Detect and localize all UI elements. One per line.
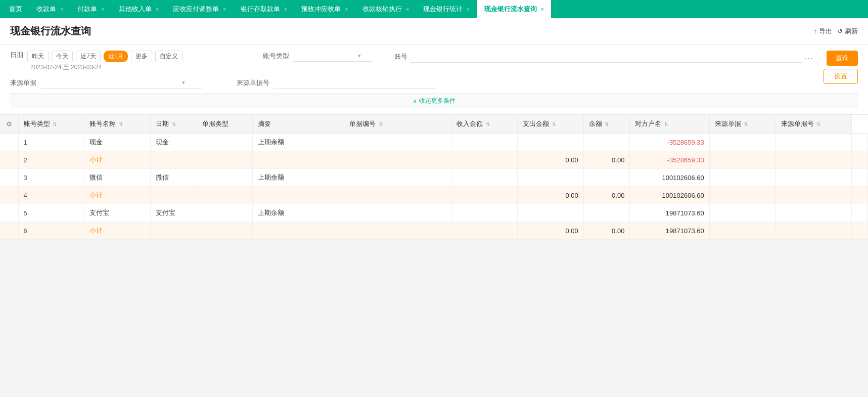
close-icon[interactable]: ×	[345, 0, 348, 18]
nav-item-home[interactable]: 首页	[2, 0, 29, 18]
refresh-icon: ↺	[837, 27, 843, 35]
table-row: 4小计0.000.00100102606.60	[0, 187, 868, 204]
source-doc-num-label: 来源单据号	[237, 78, 269, 87]
expense-cell: 0.00	[583, 187, 630, 204]
source-doc-cell	[775, 204, 852, 222]
account-picker-button[interactable]: ...	[805, 53, 813, 61]
nav-item-payment[interactable]: 付款单 ×	[70, 0, 111, 18]
nav-item-other-income[interactable]: 其他收入单 ×	[112, 0, 166, 18]
account-type-cell: 微信	[84, 169, 151, 187]
col-source-doc-no[interactable]: 来源单据号 ⇅	[775, 115, 852, 134]
row-settings-cell	[0, 151, 18, 169]
col-account-name[interactable]: 账号名称 ⇅	[84, 115, 151, 134]
sort-icon: ⇅	[379, 121, 383, 127]
balance-cell: 19871073.60	[630, 222, 709, 240]
sort-icon: ⇅	[119, 121, 123, 127]
doc-type-cell	[253, 222, 344, 240]
summary-cell	[344, 169, 451, 187]
counterpart-cell	[709, 134, 775, 151]
col-source-doc[interactable]: 来源单据 ⇅	[709, 115, 775, 134]
source-doc-input[interactable]	[40, 77, 182, 89]
col-doc-no[interactable]: 单据编号 ⇅	[344, 115, 451, 134]
balance-cell: 100102606.60	[630, 187, 709, 204]
account-name-cell: 支付宝	[151, 204, 197, 222]
settings-button[interactable]: 设置	[824, 69, 858, 84]
date-yesterday-btn[interactable]: 昨天	[27, 51, 49, 62]
nav-item-receipt[interactable]: 收款单 ×	[29, 0, 70, 18]
nav-item-collection[interactable]: 收款核销执行 ×	[355, 0, 416, 18]
account-type-label: 账号类型	[263, 52, 289, 61]
close-icon[interactable]: ×	[60, 0, 63, 18]
col-expense[interactable]: 支出金额 ⇅	[517, 115, 583, 134]
sort-icon: ⇅	[552, 121, 556, 127]
nav-item-cash-flow[interactable]: 现金银行流水查询 ×	[477, 0, 551, 18]
account-type-select[interactable]: ▾	[292, 51, 373, 62]
account-type-cell: 小计	[84, 151, 151, 169]
table-row: 2小计0.000.00-3528659.33	[0, 151, 868, 169]
row-num: 2	[18, 151, 84, 169]
source-doc-no-cell	[852, 204, 868, 222]
account-input[interactable]	[410, 51, 802, 63]
source-doc-cell	[775, 151, 852, 169]
close-icon[interactable]: ×	[284, 0, 287, 18]
col-counterpart[interactable]: 对方户名 ⇅	[630, 115, 709, 134]
close-icon[interactable]: ×	[467, 0, 470, 18]
chevron-down-icon-source: ▾	[182, 79, 185, 86]
close-icon[interactable]: ×	[406, 0, 409, 18]
close-icon[interactable]: ×	[156, 0, 159, 18]
close-icon[interactable]: ×	[541, 0, 544, 18]
summary-cell	[344, 222, 451, 240]
source-doc-num-input[interactable]	[273, 77, 435, 89]
date-label: 日期	[10, 51, 23, 60]
table-row: 6小计0.000.0019871073.60	[0, 222, 868, 240]
date-1month-btn[interactable]: 近1月	[104, 51, 128, 62]
date-more-btn[interactable]: 更多	[131, 51, 152, 62]
date-cell	[197, 134, 252, 151]
col-doc-type[interactable]: 单据类型	[197, 115, 252, 134]
row-num: 6	[18, 222, 84, 240]
date-7days-btn[interactable]: 近7天	[76, 51, 101, 62]
export-button[interactable]: ↑ 导出	[814, 27, 833, 36]
page-title: 现金银行流水查询	[10, 24, 91, 38]
nav-item-ar-ap[interactable]: 应收应付调整单 ×	[166, 0, 233, 18]
nav-item-prepay[interactable]: 预收冲应收单 ×	[294, 0, 355, 18]
collapse-bar[interactable]: ∧ 收起更多条件	[10, 93, 858, 108]
counterpart-cell	[709, 187, 775, 204]
gear-icon[interactable]: ⚙	[6, 120, 12, 128]
doc-type-cell: 上期余额	[253, 204, 344, 222]
nav-item-bank-deposit[interactable]: 银行存取款单 ×	[234, 0, 294, 18]
filter-area: 日期 昨天 今天 近7天 近1月 更多 自定义 2023-02-24 至 202…	[0, 45, 868, 115]
doc-no-cell	[451, 151, 518, 169]
income-cell	[517, 134, 583, 151]
account-type-cell: 小计	[84, 222, 151, 240]
date-today-btn[interactable]: 今天	[52, 51, 73, 62]
income-cell: 0.00	[517, 222, 583, 240]
row-num: 1	[18, 134, 84, 151]
chevron-up-icon: ∧	[413, 98, 417, 105]
source-doc-no-cell	[852, 169, 868, 187]
account-name-cell	[151, 222, 197, 240]
source-doc-cell	[775, 169, 852, 187]
sort-icon: ⇅	[816, 121, 820, 127]
income-cell: 0.00	[517, 187, 583, 204]
col-date[interactable]: 日期 ⇅	[151, 115, 197, 134]
doc-no-cell	[451, 204, 518, 222]
refresh-button[interactable]: ↺ 刷新	[837, 27, 858, 36]
close-icon[interactable]: ×	[101, 0, 104, 18]
col-account-type[interactable]: 账号类型 ⇅	[18, 115, 84, 134]
date-custom-btn[interactable]: 自定义	[155, 51, 182, 62]
row-num: 3	[18, 169, 84, 187]
counterpart-cell	[709, 222, 775, 240]
doc-type-cell: 上期余额	[253, 134, 344, 151]
query-button[interactable]: 查询	[827, 51, 858, 66]
row-settings-cell	[0, 134, 18, 151]
summary-cell	[344, 204, 451, 222]
page-header: 现金银行流水查询 ↑ 导出 ↺ 刷新	[0, 18, 868, 45]
col-income[interactable]: 收入金额 ⇅	[451, 115, 518, 134]
account-label: 账号	[394, 52, 407, 61]
col-summary[interactable]: 摘要	[253, 115, 344, 134]
col-balance[interactable]: 余额 ⇅	[583, 115, 630, 134]
nav-item-cash-stats[interactable]: 现金银行统计 ×	[416, 0, 477, 18]
close-icon[interactable]: ×	[223, 0, 226, 18]
col-settings[interactable]: ⚙	[0, 115, 18, 134]
